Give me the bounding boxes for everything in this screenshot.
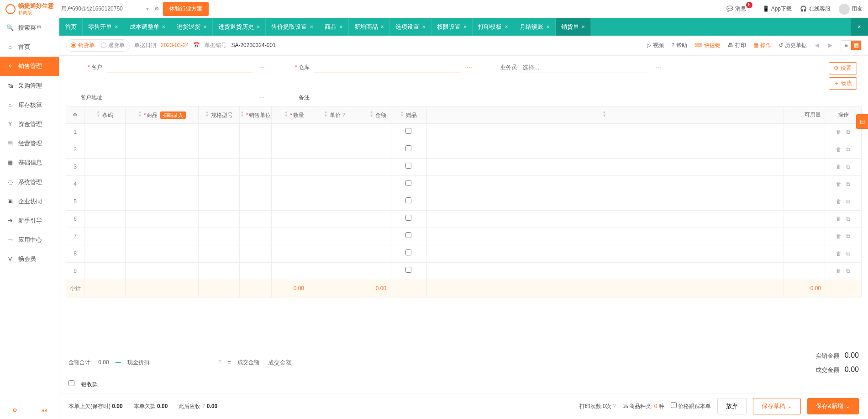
customer-input[interactable] xyxy=(107,62,253,73)
prev-doc-icon[interactable]: ◀ xyxy=(814,42,820,49)
settings-footer-icon[interactable]: ⚙ xyxy=(12,407,17,414)
shortcut-link[interactable]: ⌨ 快捷键 xyxy=(694,42,721,49)
copy-row-icon[interactable]: ⧉ xyxy=(846,233,850,240)
one-click-collect[interactable]: 一键收款 xyxy=(68,381,98,387)
video-help[interactable]: ▷ 视频 xyxy=(647,42,664,49)
copy-row-icon[interactable]: ⧉ xyxy=(846,146,850,154)
sidebar-item-1[interactable]: ⌂首页 xyxy=(0,37,59,57)
doc-type-sales[interactable]: 销货单 xyxy=(71,42,95,49)
gift-checkbox[interactable] xyxy=(405,180,411,186)
tab-1[interactable]: 零售开单× xyxy=(83,18,124,36)
close-icon[interactable]: × xyxy=(422,23,426,31)
close-all-tabs[interactable]: × xyxy=(851,18,868,36)
close-icon[interactable]: × xyxy=(339,23,343,31)
doc-type-toggle[interactable]: 销货单 退货单 xyxy=(66,39,130,52)
col-config[interactable]: ⚙ xyxy=(66,106,84,123)
delete-row-icon[interactable]: 🗑 xyxy=(836,146,842,154)
doc-date[interactable]: 2023-03-24 xyxy=(161,42,189,49)
cust-addr-picker-icon[interactable]: ⋯ xyxy=(258,94,267,101)
logistics-button[interactable]: ＋ 物流 xyxy=(829,77,857,90)
table-row[interactable]: 8🗑⧉ xyxy=(66,245,862,262)
sidebar-item-0[interactable]: 🔍搜索菜单 xyxy=(0,18,59,37)
col-gift[interactable]: ▲▼赠品 xyxy=(390,106,427,123)
col-qty[interactable]: ▲▼*数量 xyxy=(272,106,308,123)
col-product[interactable]: ▲▼*商品扫码录入 xyxy=(126,106,199,123)
close-icon[interactable]: × xyxy=(505,23,508,31)
gift-checkbox[interactable] xyxy=(405,145,411,151)
discount-help-icon[interactable]: ? xyxy=(218,359,221,366)
receivable-help-icon[interactable]: ? xyxy=(202,403,205,409)
customer-picker-icon[interactable]: ⋯ xyxy=(258,64,267,71)
close-icon[interactable]: × xyxy=(257,23,260,31)
gift-checkbox[interactable] xyxy=(405,197,411,203)
col-avail[interactable]: 可用量 xyxy=(784,106,825,123)
app-download-link[interactable]: 📱 App下载 xyxy=(763,5,792,13)
close-icon[interactable]: × xyxy=(582,23,585,31)
delete-row-icon[interactable]: 🗑 xyxy=(836,215,842,223)
tab-0[interactable]: 首页 xyxy=(59,18,83,36)
view-grid-icon[interactable]: ▦ xyxy=(851,41,861,50)
sidebar-item-9[interactable]: ▣企业协同 xyxy=(0,192,59,211)
col-amount[interactable]: ▲▼金额 xyxy=(349,106,390,123)
gift-checkbox[interactable] xyxy=(405,128,411,134)
tab-6[interactable]: 商品× xyxy=(319,18,349,36)
copy-row-icon[interactable]: ⧉ xyxy=(846,198,850,206)
gear-icon[interactable]: ⚙ xyxy=(154,5,159,13)
tab-4[interactable]: 进货退货历史× xyxy=(213,18,266,36)
warehouse-picker-icon[interactable]: ⋯ xyxy=(465,64,474,71)
sidebar-item-3[interactable]: 🛍采购管理 xyxy=(0,76,59,95)
sidebar-item-4[interactable]: ⌂库存核算 xyxy=(0,95,59,115)
delete-row-icon[interactable]: 🗑 xyxy=(836,180,842,188)
col-price[interactable]: ▲▼单价 ? xyxy=(308,106,349,123)
close-icon[interactable]: × xyxy=(381,23,384,31)
copy-row-icon[interactable]: ⧉ xyxy=(846,250,850,258)
org-selector[interactable]: 用户690企业1660120750 xyxy=(59,3,151,15)
warehouse-input[interactable] xyxy=(314,62,460,73)
help-link[interactable]: ? 帮助 xyxy=(671,42,687,49)
table-row[interactable]: 6🗑⧉ xyxy=(66,210,862,228)
tab-2[interactable]: 成本调整单× xyxy=(124,18,172,36)
copy-row-icon[interactable]: ⧉ xyxy=(846,215,850,223)
track-price[interactable]: 价格跟踪本单 xyxy=(671,402,711,410)
close-icon[interactable]: × xyxy=(463,23,467,31)
ops-link[interactable]: ▦ 操作 xyxy=(753,42,771,49)
support-link[interactable]: 🎧 在线客服 xyxy=(800,5,831,13)
gift-checkbox[interactable] xyxy=(405,232,411,238)
settings-button[interactable]: ⚙ 设置 xyxy=(829,62,857,74)
delete-row-icon[interactable]: 🗑 xyxy=(836,267,842,275)
save-draft-button[interactable]: 保存草稿 ⌄ xyxy=(753,398,801,414)
user-menu[interactable]: 用友 xyxy=(839,4,863,15)
sidebar-item-10[interactable]: ➜新手引导 xyxy=(0,211,59,230)
salesman-input[interactable] xyxy=(521,62,649,73)
col-barcode[interactable]: ▲▼条码 xyxy=(84,106,126,123)
table-row[interactable]: 4🗑⧉ xyxy=(66,175,862,193)
remark-input[interactable] xyxy=(314,92,460,103)
close-icon[interactable]: × xyxy=(546,23,550,31)
delete-row-icon[interactable]: 🗑 xyxy=(836,233,842,240)
sidebar-item-6[interactable]: ▤经营管理 xyxy=(0,134,59,153)
table-row[interactable]: 3🗑⧉ xyxy=(66,158,862,175)
next-doc-icon[interactable]: ▶ xyxy=(827,42,833,49)
sidebar-item-7[interactable]: ▦基础信息 xyxy=(0,153,59,172)
gift-checkbox[interactable] xyxy=(405,267,411,273)
col-unit[interactable]: ▲▼*销售单位 xyxy=(240,106,272,123)
table-row[interactable]: 1🗑⧉ xyxy=(66,123,862,141)
tab-11[interactable]: 月结锁账× xyxy=(514,18,556,36)
copy-row-icon[interactable]: ⧉ xyxy=(846,180,850,188)
gift-checkbox[interactable] xyxy=(405,163,411,169)
messages-link[interactable]: 💬 消息6 xyxy=(726,5,754,13)
tab-12[interactable]: 销货单× xyxy=(556,18,591,36)
table-row[interactable]: 9🗑⧉ xyxy=(66,262,862,280)
salesman-picker-icon[interactable]: ⋯ xyxy=(654,64,663,71)
promo-button[interactable]: 体验行业方案 xyxy=(163,2,209,16)
doc-type-return[interactable]: 退货单 xyxy=(101,42,125,49)
sidebar-item-12[interactable]: V畅会员 xyxy=(0,249,59,269)
history-link[interactable]: ↺ 历史单据 xyxy=(779,42,807,49)
print-count-help-icon[interactable]: ? xyxy=(613,403,616,409)
close-icon[interactable]: × xyxy=(162,23,166,31)
table-row[interactable]: 7🗑⧉ xyxy=(66,228,862,245)
gift-checkbox[interactable] xyxy=(405,215,411,221)
one-click-checkbox[interactable] xyxy=(68,380,74,386)
close-icon[interactable]: × xyxy=(115,23,118,31)
copy-row-icon[interactable]: ⧉ xyxy=(846,163,850,171)
